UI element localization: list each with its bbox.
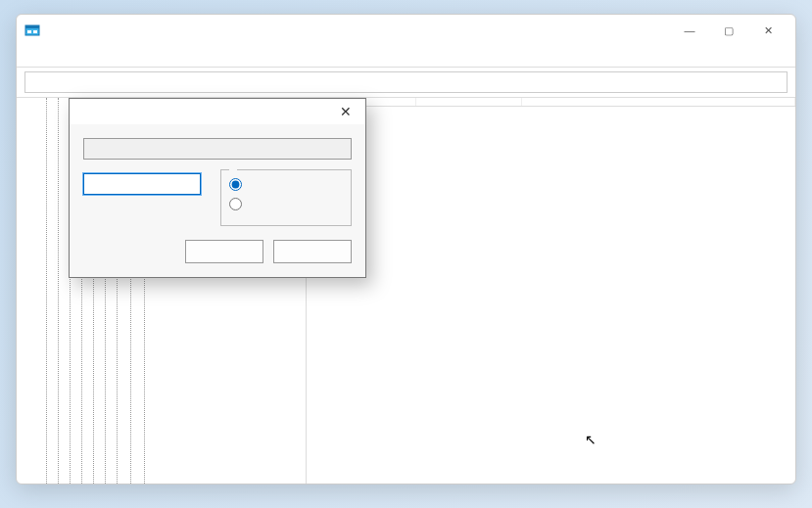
value-data-field[interactable] xyxy=(83,173,201,195)
value-name-field[interactable] xyxy=(83,138,352,160)
base-group xyxy=(220,169,352,226)
address-input[interactable] xyxy=(24,71,788,93)
menu-help[interactable] xyxy=(101,48,120,65)
dialog-titlebar: ✕ xyxy=(70,99,365,124)
ok-button[interactable] xyxy=(185,240,263,263)
cancel-button[interactable] xyxy=(273,240,352,263)
col-data[interactable] xyxy=(522,98,795,106)
svg-rect-1 xyxy=(25,25,39,28)
edit-dword-dialog: ✕ xyxy=(69,98,366,278)
list-header xyxy=(307,98,795,107)
radio-hexadecimal[interactable] xyxy=(229,178,343,194)
close-button[interactable]: ✕ xyxy=(748,19,788,42)
radio-decimal[interactable] xyxy=(229,198,343,213)
dialog-close-button[interactable]: ✕ xyxy=(336,105,356,118)
col-type[interactable] xyxy=(416,98,522,106)
maximize-button[interactable]: ▢ xyxy=(709,19,748,42)
svg-rect-3 xyxy=(33,30,37,33)
values-list[interactable] xyxy=(307,98,795,484)
menu-favorites[interactable] xyxy=(81,48,101,65)
menu-view[interactable] xyxy=(62,48,81,65)
titlebar: — ▢ ✕ xyxy=(17,15,795,46)
svg-rect-2 xyxy=(27,30,31,33)
menubar xyxy=(17,46,795,68)
addressbar xyxy=(17,68,795,98)
menu-edit[interactable] xyxy=(42,48,62,65)
minimize-button[interactable]: — xyxy=(670,19,709,42)
menu-file[interactable] xyxy=(23,48,42,65)
app-icon xyxy=(24,23,40,38)
